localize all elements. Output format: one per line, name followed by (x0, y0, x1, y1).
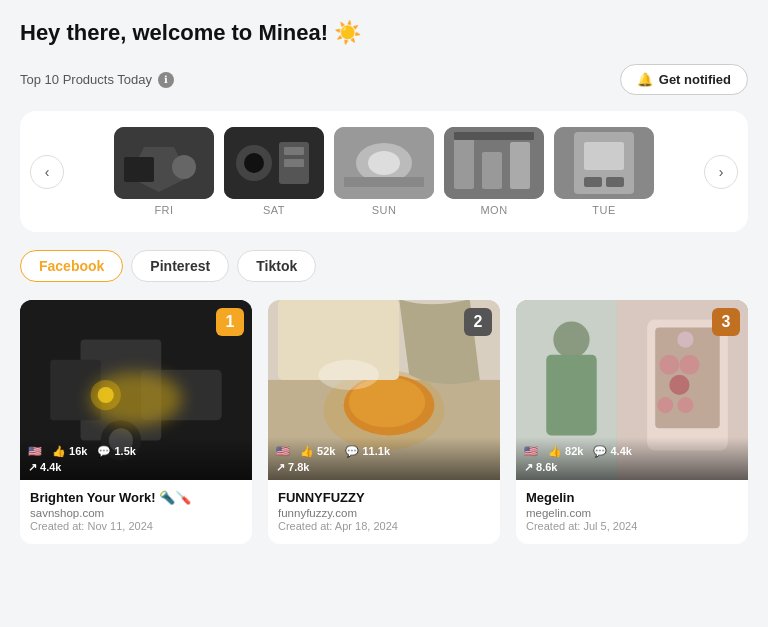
product-image-2: 2 🇺🇸 👍 52k 💬 11.1k ↗ 7.8k (268, 300, 500, 480)
info-icon[interactable]: ℹ (158, 72, 174, 88)
product-card-3[interactable]: 3 🇺🇸 👍 82k 💬 4.4k ↗ 8.6k Megelin megelin… (516, 300, 748, 544)
product-date-1: Created at: Nov 11, 2024 (30, 520, 242, 532)
stats-row-top-2: 🇺🇸 👍 52k 💬 11.1k (276, 445, 492, 458)
platform-tabs: Facebook Pinterest Tiktok (20, 250, 748, 282)
svg-rect-13 (344, 177, 424, 187)
svg-point-50 (657, 397, 673, 413)
product-info-1: Brighten Your Work! 🔦🪛 savnshop.com Crea… (20, 480, 252, 544)
svg-point-12 (368, 151, 400, 175)
product-rank-2: 2 (464, 308, 492, 336)
comments-1: 💬 1.5k (97, 445, 135, 458)
svg-rect-21 (584, 142, 624, 170)
carousel-day-sun: SUN (372, 204, 397, 216)
svg-point-42 (553, 321, 589, 357)
shares-2: ↗ 7.8k (276, 461, 309, 474)
svg-point-47 (659, 355, 679, 375)
product-card-2[interactable]: 2 🇺🇸 👍 52k 💬 11.1k ↗ 7.8k FUNNYFUZZY fun… (268, 300, 500, 544)
product-rank-3: 3 (712, 308, 740, 336)
flag-1: 🇺🇸 (28, 445, 42, 458)
tab-tiktok[interactable]: Tiktok (237, 250, 316, 282)
top-products-text: Top 10 Products Today (20, 72, 152, 87)
get-notified-label: Get notified (659, 72, 731, 87)
svg-point-51 (677, 397, 693, 413)
svg-point-6 (244, 153, 264, 173)
carousel-thumb-mon (444, 127, 544, 199)
svg-rect-22 (584, 177, 602, 187)
stats-row-top-1: 🇺🇸 👍 16k 💬 1.5k (28, 445, 244, 458)
page-title: Hey there, welcome to Minea! ☀️ (20, 20, 748, 46)
carousel-day-fri: FRI (154, 204, 173, 216)
stats-row-top-3: 🇺🇸 👍 82k 💬 4.4k (524, 445, 740, 458)
bell-icon: 🔔 (637, 72, 653, 87)
product-rank-1: 1 (216, 308, 244, 336)
get-notified-button[interactable]: 🔔 Get notified (620, 64, 748, 95)
product-title-2: FUNNYFUZZY (278, 490, 490, 505)
comments-3: 💬 4.4k (593, 445, 631, 458)
svg-point-29 (91, 380, 121, 410)
carousel-day-tue: TUE (592, 204, 616, 216)
carousel-thumb-fri (114, 127, 214, 199)
svg-rect-15 (454, 137, 474, 189)
likes-3: 👍 82k (548, 445, 583, 458)
svg-rect-9 (284, 159, 304, 167)
product-image-1: 1 🇺🇸 👍 16k 💬 1.5k ↗ 4.4k (20, 300, 252, 480)
product-domain-3: megelin.com (526, 507, 738, 519)
carousel-thumb-sun (334, 127, 434, 199)
carousel-section: ‹ FRI (20, 111, 748, 232)
shares-3: ↗ 8.6k (524, 461, 557, 474)
carousel-left-arrow[interactable]: ‹ (30, 155, 64, 189)
svg-point-3 (172, 155, 196, 179)
product-date-3: Created at: Jul 5, 2024 (526, 520, 738, 532)
carousel-day-mon: MON (480, 204, 507, 216)
product-domain-1: savnshop.com (30, 507, 242, 519)
product-date-2: Created at: Apr 18, 2024 (278, 520, 490, 532)
top-products-label: Top 10 Products Today ℹ (20, 72, 174, 88)
top-bar: Top 10 Products Today ℹ 🔔 Get notified (20, 64, 748, 95)
carousel-thumb-tue (554, 127, 654, 199)
tab-pinterest[interactable]: Pinterest (131, 250, 229, 282)
carousel-item-sun[interactable]: SUN (334, 127, 434, 216)
svg-rect-16 (482, 152, 502, 189)
svg-point-49 (669, 375, 689, 395)
product-info-2: FUNNYFUZZY funnyfuzzy.com Created at: Ap… (268, 480, 500, 544)
page-wrapper: Hey there, welcome to Minea! ☀️ Top 10 P… (0, 0, 768, 564)
carousel-items: FRI SAT (70, 127, 698, 216)
svg-point-46 (677, 331, 693, 347)
svg-point-38 (318, 360, 379, 390)
product-domain-2: funnyfuzzy.com (278, 507, 490, 519)
product-image-3: 3 🇺🇸 👍 82k 💬 4.4k ↗ 8.6k (516, 300, 748, 480)
svg-rect-23 (606, 177, 624, 187)
flag-2: 🇺🇸 (276, 445, 290, 458)
product-card-1[interactable]: 1 🇺🇸 👍 16k 💬 1.5k ↗ 4.4k Brighten Your W… (20, 300, 252, 544)
carousel-item-fri[interactable]: FRI (114, 127, 214, 216)
svg-point-30 (98, 387, 114, 403)
carousel-day-sat: SAT (263, 204, 285, 216)
svg-rect-8 (284, 147, 304, 155)
carousel-item-sat[interactable]: SAT (224, 127, 324, 216)
product-stats-overlay-1: 🇺🇸 👍 16k 💬 1.5k ↗ 4.4k (20, 437, 252, 480)
carousel-item-tue[interactable]: TUE (554, 127, 654, 216)
product-info-3: Megelin megelin.com Created at: Jul 5, 2… (516, 480, 748, 544)
product-stats-overlay-2: 🇺🇸 👍 52k 💬 11.1k ↗ 7.8k (268, 437, 500, 480)
stats-row-bottom-2: ↗ 7.8k (276, 461, 492, 474)
carousel-right-arrow[interactable]: › (704, 155, 738, 189)
svg-rect-2 (124, 157, 154, 182)
tab-facebook[interactable]: Facebook (20, 250, 123, 282)
likes-1: 👍 16k (52, 445, 87, 458)
comments-2: 💬 11.1k (345, 445, 390, 458)
carousel-thumb-sat (224, 127, 324, 199)
carousel-item-mon[interactable]: MON (444, 127, 544, 216)
svg-rect-43 (546, 355, 596, 436)
svg-rect-28 (50, 360, 100, 421)
product-stats-overlay-3: 🇺🇸 👍 82k 💬 4.4k ↗ 8.6k (516, 437, 748, 480)
stats-row-bottom-1: ↗ 4.4k (28, 461, 244, 474)
svg-rect-31 (141, 370, 222, 420)
product-title-3: Megelin (526, 490, 738, 505)
flag-3: 🇺🇸 (524, 445, 538, 458)
likes-2: 👍 52k (300, 445, 335, 458)
products-grid: 1 🇺🇸 👍 16k 💬 1.5k ↗ 4.4k Brighten Your W… (20, 300, 748, 544)
shares-1: ↗ 4.4k (28, 461, 61, 474)
svg-rect-17 (510, 142, 530, 189)
product-title-1: Brighten Your Work! 🔦🪛 (30, 490, 242, 505)
stats-row-bottom-3: ↗ 8.6k (524, 461, 740, 474)
